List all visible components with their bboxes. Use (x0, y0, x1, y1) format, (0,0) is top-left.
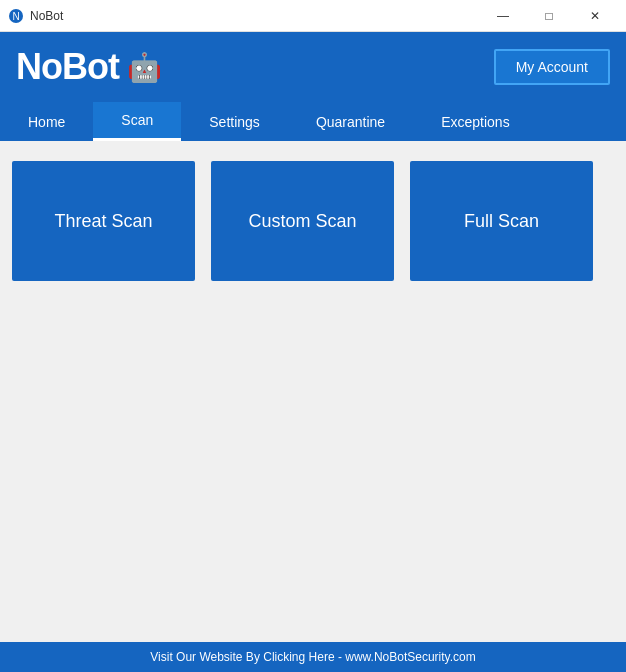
nav-scan[interactable]: Scan (93, 102, 181, 141)
nav-exceptions[interactable]: Exceptions (413, 102, 537, 141)
robot-icon: 🤖 (127, 51, 162, 84)
nav-home[interactable]: Home (0, 102, 93, 141)
nav-quarantine[interactable]: Quarantine (288, 102, 413, 141)
app-icon: N (8, 8, 24, 24)
title-bar: N NoBot — □ ✕ (0, 0, 626, 32)
window-title: NoBot (30, 9, 63, 23)
close-button[interactable]: ✕ (572, 0, 618, 32)
full-scan-button[interactable]: Full Scan (410, 161, 593, 281)
logo-text: NoBot (16, 46, 119, 88)
custom-scan-button[interactable]: Custom Scan (211, 161, 394, 281)
nav-bar: Home Scan Settings Quarantine Exceptions (0, 102, 626, 141)
footer-text: Visit Our Website By Clicking Here - www… (150, 650, 475, 664)
main-content: Threat Scan Custom Scan Full Scan (0, 141, 626, 642)
title-bar-left: N NoBot (8, 8, 63, 24)
nav-settings[interactable]: Settings (181, 102, 288, 141)
scan-buttons-row: Threat Scan Custom Scan Full Scan (12, 161, 614, 281)
window-controls: — □ ✕ (480, 0, 618, 32)
minimize-button[interactable]: — (480, 0, 526, 32)
app-header: NoBot 🤖 My Account (0, 32, 626, 102)
app-logo: NoBot 🤖 (16, 46, 162, 88)
footer[interactable]: Visit Our Website By Clicking Here - www… (0, 642, 626, 672)
threat-scan-button[interactable]: Threat Scan (12, 161, 195, 281)
maximize-button[interactable]: □ (526, 0, 572, 32)
svg-text:N: N (12, 11, 19, 22)
my-account-button[interactable]: My Account (494, 49, 610, 85)
